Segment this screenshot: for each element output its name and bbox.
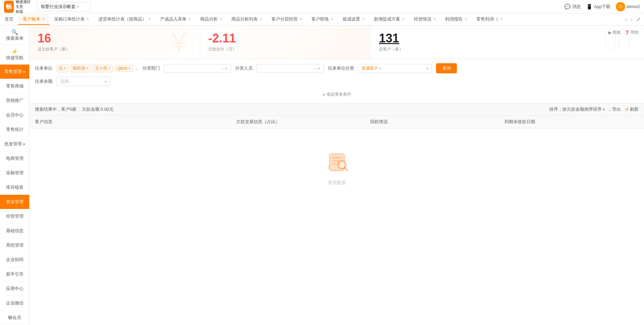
tab-purchase-stats[interactable]: 进货单统计表（按商品） × xyxy=(94,14,156,25)
stat-label-total: 总客户（家） xyxy=(379,46,403,52)
stat-card-total: 131 总客户（家） ▶ 视频 ❓ 帮助 xyxy=(371,26,644,59)
tab-close-customer-contact[interactable]: × xyxy=(331,17,333,22)
filter-tag-wu[interactable]: 伍 × xyxy=(56,65,69,72)
user-menu[interactable]: D demo2 xyxy=(616,2,640,11)
tab-goods-analysis[interactable]: 商品分析 × xyxy=(196,14,227,25)
filter-select-dept[interactable]: ··· ▾ xyxy=(164,64,231,73)
tab-retail-profit[interactable]: 零售利润（ × xyxy=(472,14,507,25)
sidebar-item-system-mgmt[interactable]: 系统管理 xyxy=(0,238,29,253)
filter-select-category[interactable]: 普通客户 × ▾ xyxy=(358,64,432,73)
sidebar-item-retail-mall[interactable]: 零售商城 xyxy=(0,79,29,94)
sidebar-item-basic-info[interactable]: 基础信息 xyxy=(0,224,29,238)
remove-tag-wang[interactable]: × xyxy=(108,66,111,71)
tab-customer-contact[interactable]: 客户联络 × xyxy=(307,14,338,25)
export-icon: ↓ xyxy=(609,107,611,112)
filter-select-person[interactable]: ··· ▾ xyxy=(257,64,324,73)
sidebar-item-app-center[interactable]: 应用中心 xyxy=(0,282,29,296)
tab-close-purchase-orders[interactable]: × xyxy=(87,17,89,22)
remove-tag-category[interactable]: × xyxy=(379,66,381,71)
sidebar-quick-nav[interactable]: ⚡ 快捷导航 xyxy=(0,45,29,65)
nav-expand-icon[interactable]: ⤢ xyxy=(635,16,642,23)
chevron-sort-icon: ▾ xyxy=(603,108,605,111)
tab-close-retail-profit[interactable]: × xyxy=(500,17,503,22)
topbar: 畅 畅捷通好生意 标版 母婴行业演示帐套 ▾ 💬 消息 📱 App下载 D de… xyxy=(0,0,644,13)
tab-home[interactable]: 首页 xyxy=(0,14,18,25)
tab-new-raise[interactable]: 新增提成方案 × xyxy=(369,14,409,25)
sidebar-item-enterprise-coop[interactable]: 企业协同 xyxy=(0,253,29,267)
refresh-button[interactable]: ↺ 刷新 xyxy=(625,106,639,112)
filter-label-balance: 往来余额 xyxy=(35,78,52,84)
tab-cost-in[interactable]: 产成品入库单 × xyxy=(156,14,196,25)
tab-close-profit-report[interactable]: × xyxy=(465,17,467,22)
navtabs-end: ‹ › ⤢ xyxy=(622,16,644,23)
sidebar-item-ecommerce-mgmt[interactable]: 电商管理 xyxy=(0,151,29,166)
filter-select-balance[interactable]: 选择... ▾ xyxy=(56,77,110,86)
svg-line-12 xyxy=(345,168,348,171)
sidebar-item-inventory[interactable]: 库存核算 xyxy=(0,180,29,195)
export-button[interactable]: ↓ 导出 xyxy=(609,106,621,112)
store-selector[interactable]: 母婴行业演示帐套 ▾ xyxy=(37,2,91,11)
main-layout: 🔍 搜索菜单 ⚡ 快捷导航 零售管理 ▾ 零售商城 营销推广 会员中心 零售统计… xyxy=(0,26,644,325)
app-download-button[interactable]: 📱 App下载 xyxy=(586,4,610,10)
tab-raise-settings[interactable]: 提成设置 × xyxy=(338,14,369,25)
tab-close-goods-analysis[interactable]: × xyxy=(220,17,222,22)
sidebar-search[interactable]: 🔍 搜索菜单 xyxy=(0,26,29,45)
remove-tag-cjttcw[interactable]: × xyxy=(128,66,131,71)
svg-rect-6 xyxy=(330,154,344,171)
filter-collapse[interactable]: ∧ 收起更多条件 xyxy=(35,89,639,99)
tab-profit-report[interactable]: 利润报告 × xyxy=(440,14,472,25)
sidebar-item-batch-mgmt[interactable]: 批发管理 ▾ xyxy=(0,137,29,151)
sidebar-item-new-guide[interactable]: 新手引导 xyxy=(0,267,29,282)
chevron-icon: ▾ xyxy=(23,70,25,74)
sidebar-item-business-mgmt[interactable]: 经营管理 xyxy=(0,209,29,224)
filter-more-unit[interactable]: ... xyxy=(135,66,138,71)
tab-goods-analysis-list[interactable]: 商品分析列表 × xyxy=(227,14,267,25)
filter-area: 往来单位 伍 × 陈民强 × 王小亮 × cjttcw xyxy=(30,59,644,104)
remove-tag-chen[interactable]: × xyxy=(86,66,88,71)
filter-row-2: 往来余额 选择... ▾ xyxy=(35,77,639,86)
col-due-date: 到期未收款日期 xyxy=(505,119,639,125)
filter-row-1: 往来单位 伍 × 陈民强 × 王小亮 × cjttcw xyxy=(35,63,639,73)
tab-close-customer-book[interactable]: × xyxy=(42,17,45,22)
tab-close-cost-in[interactable]: × xyxy=(188,17,191,22)
tab-close-business-status[interactable]: × xyxy=(433,17,436,22)
nav-next-icon[interactable]: › xyxy=(630,17,634,22)
stat-card-debt: -2.11 欠款合计（万） xyxy=(200,26,371,59)
filter-tag-chen[interactable]: 陈民强 × xyxy=(71,65,91,72)
tab-close-new-raise[interactable]: × xyxy=(402,17,404,22)
stat-text-group-3: 131 总客户（家） xyxy=(379,32,403,52)
sort-selector[interactable]: 排序：按欠款金额倒序排序 ▾ xyxy=(549,106,605,112)
sidebar-item-marketing[interactable]: 营销推广 xyxy=(0,94,29,108)
tab-close-goods-analysis-list[interactable]: × xyxy=(260,17,262,22)
tab-close-customer-tier[interactable]: × xyxy=(300,17,302,22)
svg-rect-9 xyxy=(332,163,341,165)
topbar-left: 畅 畅捷通好生意 标版 母婴行业演示帐套 ▾ xyxy=(4,0,91,14)
filter-tag-cjttcw[interactable]: cjttcw × xyxy=(115,65,133,72)
filter-tag-category[interactable]: 普通客户 × xyxy=(362,66,381,71)
tab-customer-book[interactable]: 客户账本 × xyxy=(18,14,49,25)
tab-close-purchase-stats[interactable]: × xyxy=(148,17,151,22)
query-button[interactable]: 查询 xyxy=(436,63,457,73)
help-icon: ❓ xyxy=(625,30,630,35)
sidebar-item-enterprise-wechat[interactable]: 企业微信 xyxy=(0,296,29,311)
nav-prev-icon[interactable]: ‹ xyxy=(624,17,628,22)
sidebar-item-retail-mgmt[interactable]: 零售管理 ▾ xyxy=(0,65,29,79)
remove-tag-wu[interactable]: × xyxy=(64,66,66,71)
sidebar-item-capital-mgmt[interactable]: 资金管理 xyxy=(0,195,29,209)
tab-customer-tier[interactable]: 客户分层经营 × xyxy=(267,14,307,25)
stat-text-group-1: 16 总欠款客户（家） xyxy=(38,32,70,52)
tab-purchase-orders[interactable]: 采购订单统计表 × xyxy=(49,14,94,25)
filter-tag-wang[interactable]: 王小亮 × xyxy=(93,65,113,72)
tab-business-status[interactable]: 经营情况 × xyxy=(409,14,440,25)
message-button[interactable]: 💬 消息 xyxy=(564,4,581,10)
tab-close-raise-settings[interactable]: × xyxy=(362,17,364,22)
video-link[interactable]: ▶ 视频 xyxy=(608,30,620,35)
help-link[interactable]: ❓ 帮助 xyxy=(625,30,639,35)
message-icon: 💬 xyxy=(564,4,571,10)
stat-number-debt: -2.11 xyxy=(208,32,237,44)
sidebar-item-member-center[interactable]: 会员中心 xyxy=(0,108,29,122)
sidebar-item-purchase-mgmt[interactable]: 采购管理 xyxy=(0,166,29,180)
table-header: 客户信息 欠款交易信息（占比） 回款情况 到期未收款日期 xyxy=(30,115,644,129)
sidebar-item-retail-stats[interactable]: 零售统计 xyxy=(0,122,29,137)
sidebar-item-member-vip[interactable]: 畅会员 xyxy=(0,311,29,325)
